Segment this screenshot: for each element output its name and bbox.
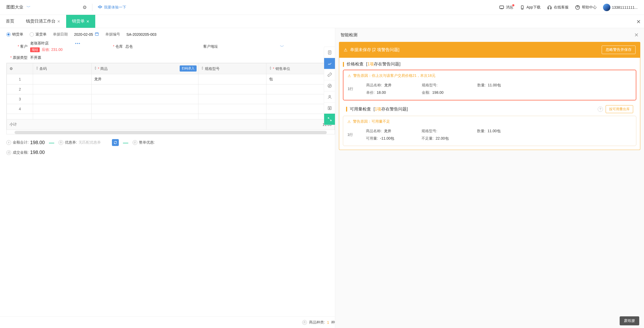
tab-home[interactable]: 首页 <box>0 15 20 28</box>
tab-sales-order[interactable]: 销货单 ✕ <box>66 15 95 28</box>
settings-gear-icon[interactable]: ⚙ <box>83 5 87 10</box>
close-panel-icon[interactable]: ✕ <box>634 32 639 38</box>
col-settings[interactable]: ⚙ <box>7 63 33 74</box>
coupon-input[interactable]: 无匹配优惠券 <box>79 140 110 145</box>
horizontal-scrollbar[interactable] <box>15 131 327 134</box>
mobile-icon <box>520 5 525 10</box>
try-link-label: 我要体验一下 <box>104 5 126 10</box>
close-icon[interactable]: ✕ <box>86 19 89 24</box>
topbar: 图图大业 ﹀ ⚙ 我要体验一下 消息 App下载 在线客服 帮助中心 133 <box>0 0 644 15</box>
svg-rect-2 <box>500 6 504 8</box>
rail-chart-icon[interactable] <box>324 58 335 69</box>
warehouse-value[interactable]: 总仓 <box>125 44 133 49</box>
planet-icon <box>98 5 102 10</box>
rail-link-icon[interactable] <box>324 69 335 80</box>
doc-date-field[interactable]: 2020-02-05 <box>74 32 99 37</box>
gear-icon: ⚙ <box>10 67 13 71</box>
sort-icon: ▲▼ <box>269 66 272 70</box>
discount-icon: 折 <box>133 140 137 145</box>
settle-badge: 现结 <box>30 47 40 52</box>
product-kinds-value: 1 <box>327 320 329 325</box>
col-product[interactable]: ▲▼商品扫码录入 <box>91 63 198 74</box>
receivable-label: 应收: <box>42 47 50 52</box>
warning-triangle-icon: ⚠ <box>344 47 347 52</box>
banner-title: 单据未保存 [2 项警告问题] <box>350 47 400 53</box>
subtotal-row: 小计11.00 <box>7 119 335 130</box>
customer-field: 客户 老张茶叶店 ••• 现结 应收: 231.00 <box>6 41 86 52</box>
table-row[interactable]: 1龙井包 <box>7 74 335 85</box>
table-row[interactable]: 2 <box>7 85 335 94</box>
chevron-down-icon[interactable]: ﹀ <box>280 44 284 50</box>
svg-rect-6 <box>95 33 98 36</box>
tab-label: 销货单 <box>72 19 85 24</box>
deal-icon: 成 <box>6 150 11 155</box>
radio-label: 销货单 <box>12 32 23 37</box>
sort-icon: ▲▼ <box>94 66 97 70</box>
ignore-save-button[interactable]: 忽略警告并保存 <box>602 46 636 54</box>
svg-point-8 <box>328 84 332 88</box>
warning-triangle-icon: ⚠ <box>348 74 351 78</box>
radio-sales[interactable]: 销货单 <box>6 32 23 37</box>
totals-row: ¥ 金额合计: 198.00 — 券 优惠券: 无匹配优惠券 — 折 整单优惠: <box>6 139 335 146</box>
message-icon <box>499 5 504 10</box>
divider <box>92 4 92 11</box>
trash-button[interactable]: 废纸篓 <box>620 316 639 325</box>
close-icon[interactable]: ✕ <box>57 19 60 24</box>
rail-person-icon[interactable] <box>324 91 335 103</box>
coupon-icon: 券 <box>58 140 63 145</box>
rail-expand-icon[interactable] <box>324 114 335 125</box>
avail-check-title-row: 可用量检查 [1项存在警告问题] ? 按可用量出库 <box>339 100 640 116</box>
calendar-icon <box>95 32 99 37</box>
table-row[interactable] <box>7 114 335 119</box>
company-select[interactable]: 图图大业 ﹀ <box>6 5 80 10</box>
message-action[interactable]: 消息 <box>499 5 513 10</box>
col-barcode[interactable]: ▲▼条码 <box>33 63 92 74</box>
help-center-action[interactable]: 帮助中心 <box>575 5 597 10</box>
customer-value[interactable]: 老张茶叶店 <box>30 41 49 46</box>
doc-no-label: 单据编号 <box>105 32 120 37</box>
radio-label: 退货单 <box>35 32 47 37</box>
doc-date-value: 2020-02-05 <box>74 32 93 37</box>
warehouse-field: 仓库 总仓 <box>102 41 181 52</box>
product-kinds-label: 商品种类: <box>309 320 325 325</box>
try-experience-link[interactable]: 我要体验一下 <box>98 5 126 10</box>
receivable-value: 231.00 <box>51 47 63 52</box>
avail-warning-box: ⚠ 警告原因：可用量不足 1行 商品名称:龙井 规格型号: 数量:11.00包 … <box>343 116 636 146</box>
ship-by-available-button[interactable]: 按可用量出库 <box>606 105 633 113</box>
deal-amount-label: 成交金额: <box>13 150 29 155</box>
customer-addr-field: 客户地址 ﹀ <box>197 41 284 52</box>
form-head: 销货单 退货单 单据日期 2020-02-05 单据编号 SA-20200205… <box>6 32 335 37</box>
line-items-table: ⚙ ▲▼条码 ▲▼商品扫码录入 ▲▼规格型号 ▲▼销售单位 1龙井包 2 3 4… <box>6 63 335 134</box>
refresh-coupon-button[interactable] <box>112 139 119 146</box>
help-icon <box>575 5 580 10</box>
table-row[interactable]: 3 <box>7 94 335 104</box>
amount-label: 金额合计: <box>13 140 29 145</box>
rail-doc-icon[interactable] <box>324 47 335 58</box>
close-all-tabs-icon[interactable]: ✕ <box>636 19 641 25</box>
invoice-type-value[interactable]: 不开票 <box>30 55 41 60</box>
receivable-row: 现结 应收: 231.00 <box>30 47 83 52</box>
rail-yen-icon[interactable] <box>324 103 335 114</box>
sales-order-form: 销货单 退货单 单据日期 2020-02-05 单据编号 SA-20200205… <box>0 28 335 328</box>
tab-workbench[interactable]: 钱货日清工作台 ✕ <box>20 15 66 28</box>
svg-point-0 <box>99 6 101 8</box>
smart-check-panel: 智能检测 ✕ ⚠ 单据未保存 [2 项警告问题] 忽略警告并保存 价格检查 [1… <box>335 28 644 328</box>
row-label: 1行 <box>347 132 358 137</box>
customer-lookup-icon[interactable]: ••• <box>75 41 81 46</box>
minus-icon: — <box>123 140 128 146</box>
user-menu[interactable]: 13381111111... <box>603 4 638 11</box>
online-service-action[interactable]: 在线客服 <box>547 5 569 10</box>
warehouse-label: 仓库 <box>102 44 123 49</box>
sort-icon: ▲▼ <box>201 66 204 70</box>
doc-date-label: 单据日期 <box>53 32 68 37</box>
app-download-label: App下载 <box>527 5 541 10</box>
help-icon[interactable]: ? <box>598 107 603 112</box>
table-row[interactable]: 4 <box>7 104 335 114</box>
app-download-action[interactable]: App下载 <box>520 5 541 10</box>
rail-swap-icon[interactable] <box>324 80 335 91</box>
yen-icon: ¥ <box>6 140 11 145</box>
scan-input-badge[interactable]: 扫码录入 <box>180 65 197 72</box>
kinds-icon: 类 <box>302 320 307 325</box>
radio-return[interactable]: 退货单 <box>30 32 47 37</box>
col-spec[interactable]: ▲▼规格型号 <box>198 63 266 74</box>
